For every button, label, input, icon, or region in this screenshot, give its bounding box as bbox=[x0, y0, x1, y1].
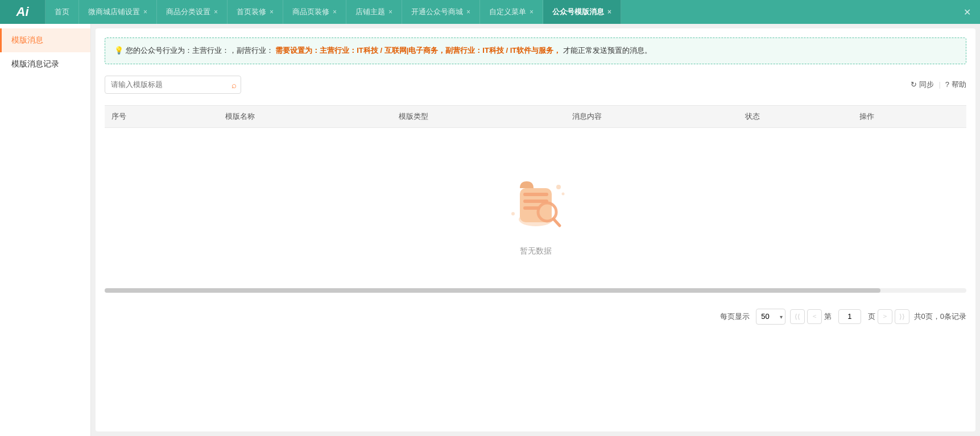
sidebar-item-template-record[interactable]: 模版消息记录 bbox=[0, 52, 90, 76]
page-size-wrap: 102050100 ▾ bbox=[756, 309, 785, 325]
col-header-index: 序号 bbox=[105, 105, 218, 127]
page-nav: ⟨⟨ ＜ 第 页 ＞ ⟩⟩ bbox=[790, 309, 909, 324]
tab-close-homepage-decor[interactable]: × bbox=[270, 8, 274, 16]
svg-rect-2 bbox=[523, 193, 548, 196]
main-layout: 模版消息模版消息记录 💡 您的公众号行业为：主营行业：，副营行业： 需要设置为：… bbox=[0, 24, 980, 436]
tab-close-custom-menu[interactable]: × bbox=[530, 8, 534, 16]
col-header-content: 消息内容 bbox=[565, 105, 739, 127]
tab-close-open-mall[interactable]: × bbox=[466, 8, 470, 16]
tab-close-shop-theme[interactable]: × bbox=[388, 8, 392, 16]
page-size-label: 每页显示 bbox=[720, 312, 750, 322]
total-info: 共0页，0条记录 bbox=[914, 312, 966, 322]
tab-close-template-msg[interactable]: × bbox=[607, 8, 611, 16]
logo: Ai bbox=[0, 0, 46, 24]
data-table: 序号模版名称模版类型消息内容状态操作 bbox=[105, 105, 966, 128]
search-input[interactable] bbox=[105, 76, 241, 94]
sidebar-item-template-msg[interactable]: 模版消息 bbox=[0, 28, 90, 52]
svg-point-9 bbox=[511, 212, 515, 215]
tab-product-decor[interactable]: 商品页装修× bbox=[283, 0, 346, 24]
tab-close-shop-settings[interactable]: × bbox=[143, 8, 147, 16]
tab-template-msg[interactable]: 公众号模版消息× bbox=[543, 0, 621, 24]
page-input[interactable] bbox=[838, 309, 861, 324]
sidebar: 模版消息模版消息记录 bbox=[0, 24, 91, 436]
tab-shop-theme[interactable]: 店铺主题× bbox=[346, 0, 402, 24]
tab-custom-menu[interactable]: 自定义菜单× bbox=[480, 0, 543, 24]
sync-icon: ↻ bbox=[911, 80, 917, 89]
col-header-status: 状态 bbox=[738, 105, 852, 127]
notice-icon: 💡 bbox=[114, 46, 123, 55]
col-header-name: 模版名称 bbox=[218, 105, 392, 127]
svg-line-6 bbox=[553, 219, 560, 226]
empty-text: 暂无数据 bbox=[520, 246, 552, 256]
help-label: 帮助 bbox=[952, 80, 966, 90]
help-icon: ? bbox=[945, 80, 949, 89]
page-prefix: 第 bbox=[824, 312, 832, 322]
empty-state: 暂无数据 bbox=[105, 137, 966, 279]
tab-close-category[interactable]: × bbox=[214, 8, 218, 16]
page-size-select: 每页显示 102050100 ▾ bbox=[720, 309, 786, 325]
content-area: 💡 您的公众号行业为：主营行业：，副营行业： 需要设置为：主营行业：IT科技 /… bbox=[96, 28, 975, 431]
sync-label: 同步 bbox=[919, 80, 934, 90]
divider: | bbox=[938, 80, 940, 89]
svg-point-8 bbox=[561, 192, 564, 195]
empty-illustration bbox=[502, 171, 570, 239]
tab-bar: Ai 首页微商城店铺设置×商品分类设置×首页装修×商品页装修×店铺主题×开通公众… bbox=[0, 0, 980, 24]
notice-text-before: 您的公众号行业为：主营行业：，副营行业： bbox=[126, 46, 274, 55]
tab-open-mall[interactable]: 开通公众号商城× bbox=[402, 0, 480, 24]
last-page-button[interactable]: ⟩⟩ bbox=[895, 309, 909, 324]
notice-banner: 💡 您的公众号行业为：主营行业：，副营行业： 需要设置为：主营行业：IT科技 /… bbox=[105, 38, 966, 64]
col-header-type: 模版类型 bbox=[392, 105, 565, 127]
tab-homepage-decor[interactable]: 首页装修× bbox=[228, 0, 283, 24]
search-wrap: ⌕ bbox=[105, 76, 241, 94]
global-close-button[interactable]: ✕ bbox=[954, 7, 980, 18]
notice-highlight: 需要设置为：主营行业：IT科技 / 互联网|电子商务，副营行业：IT科技 / I… bbox=[275, 46, 561, 55]
pagination: 每页显示 102050100 ▾ ⟨⟨ ＜ 第 页 ＞ ⟩⟩ 共0页，0条记录 bbox=[105, 306, 966, 327]
page-suffix: 页 bbox=[868, 312, 875, 322]
page-size-dropdown[interactable]: 102050100 bbox=[756, 309, 785, 325]
horizontal-scrollbar[interactable] bbox=[105, 288, 966, 293]
col-header-action: 操作 bbox=[853, 105, 966, 127]
search-icon[interactable]: ⌕ bbox=[231, 80, 237, 89]
scroll-thumb[interactable] bbox=[105, 288, 880, 293]
tab-category[interactable]: 商品分类设置× bbox=[157, 0, 228, 24]
next-page-button[interactable]: ＞ bbox=[878, 309, 892, 324]
search-area: ⌕ ↻ 同步 | ? 帮助 bbox=[105, 73, 966, 96]
sync-button[interactable]: ↻ 同步 bbox=[911, 80, 934, 90]
tab-shop-settings[interactable]: 微商城店铺设置× bbox=[79, 0, 157, 24]
tab-close-product-decor[interactable]: × bbox=[333, 8, 337, 16]
tab-home[interactable]: 首页 bbox=[46, 0, 79, 24]
notice-text-after: 才能正常发送预置的消息。 bbox=[563, 46, 652, 55]
prev-page-button[interactable]: ＜ bbox=[807, 309, 822, 324]
toolbar-right: ↻ 同步 | ? 帮助 bbox=[911, 80, 966, 90]
help-button[interactable]: ? 帮助 bbox=[945, 80, 966, 90]
first-page-button[interactable]: ⟨⟨ bbox=[790, 309, 805, 324]
svg-point-7 bbox=[556, 185, 561, 189]
